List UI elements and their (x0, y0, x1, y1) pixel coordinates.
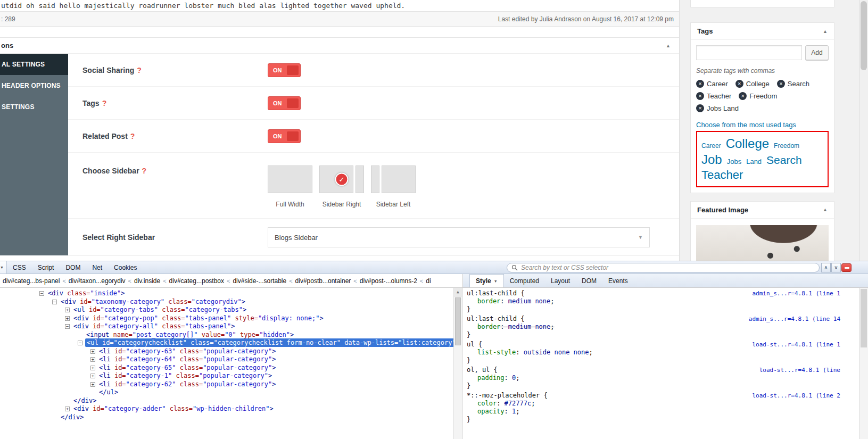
options-sidebar-item[interactable]: AL SETTINGS (0, 54, 68, 75)
remove-tag-icon[interactable]: × (696, 104, 704, 112)
scrollbar-thumb[interactable] (455, 297, 461, 345)
html-tree-node[interactable]: +<div id="category-adder" class="wp-hidd… (0, 405, 453, 413)
firebug-tab-dom[interactable]: DOM (60, 261, 86, 274)
html-tree-node[interactable]: +<ul id="category-tabs" class="category-… (0, 306, 453, 314)
breadcrumb-item[interactable]: di (424, 277, 432, 285)
help-icon[interactable]: ? (142, 167, 147, 175)
page-scrollbar[interactable] (859, 0, 868, 261)
editor-content-line[interactable]: utdid oh said hello majestically roadrun… (0, 0, 679, 12)
node-markup[interactable]: <div class="inside"> (47, 289, 126, 297)
breadcrumb-item[interactable]: div#categ...bs-panel (1, 277, 61, 285)
remove-tag-icon[interactable]: × (739, 92, 747, 100)
toggle-switch[interactable]: ON (268, 129, 301, 143)
expand-node-icon[interactable]: + (65, 316, 70, 321)
html-tree-node[interactable]: </ul> (0, 388, 453, 397)
sidebar-layout-option[interactable]: Sidebar Left (371, 165, 416, 208)
help-icon[interactable]: ? (137, 66, 142, 74)
new-tag-input[interactable] (696, 45, 802, 60)
tag-cloud-item[interactable]: Land (746, 158, 762, 165)
remove-tag-icon[interactable]: × (696, 92, 704, 100)
html-tree-node[interactable]: </div> (0, 397, 453, 405)
remove-tag-icon[interactable]: × (777, 80, 785, 88)
node-markup[interactable]: </ul> (98, 388, 119, 396)
css-declaration[interactable]: color: #72777c; (467, 400, 868, 408)
css-declaration[interactable]: border: medium none; (467, 297, 868, 305)
node-markup[interactable]: <div id="category-adder" class="wp-hidde… (72, 405, 275, 412)
css-source-link[interactable]: admin_s...r=4.8.1 (line 1 (752, 289, 840, 297)
css-declaration[interactable]: opacity: 1; (467, 408, 868, 416)
add-tag-button[interactable]: Add (805, 45, 829, 60)
node-markup[interactable]: <li id="category-63" class="popular-cate… (98, 347, 277, 355)
html-tree-node[interactable]: −<div id="category-all" class="tabs-pane… (0, 322, 453, 331)
css-declaration[interactable]: list-style: outside none none; (467, 349, 868, 357)
firebug-tab-cookies[interactable]: Cookies (108, 261, 143, 274)
collapse-node-icon[interactable]: − (39, 291, 44, 296)
expand-node-icon[interactable]: + (65, 407, 70, 411)
html-tree-node[interactable]: +<div id="category-pop" class="tabs-pane… (0, 314, 453, 323)
css-source-link[interactable]: load-st...r=4.8.1 (line 1 (752, 341, 840, 349)
options-metabox-header[interactable]: ons ▲ (0, 38, 679, 54)
toggle-switch[interactable]: ON (268, 63, 301, 77)
sidebar-layout-option[interactable]: Full Width (268, 165, 312, 208)
style-panel-tab-computed[interactable]: Computed (504, 274, 545, 287)
expand-node-icon[interactable]: + (90, 366, 95, 370)
right-sidebar-select[interactable]: Blogs Sidebar ▼ (268, 227, 650, 247)
style-panel-tab-dom[interactable]: DOM (576, 274, 602, 287)
remove-tag-icon[interactable]: × (735, 80, 743, 88)
collapse-arrow-icon[interactable]: ▲ (823, 29, 828, 34)
style-panel-tab-events[interactable]: Events (602, 274, 634, 287)
node-markup[interactable]: <input name="post_category[]" value="0" … (85, 331, 295, 338)
firebug-tab-net[interactable]: Net (86, 261, 108, 274)
search-prev-button[interactable]: ∧ (821, 263, 831, 272)
featured-image-header[interactable]: Featured Image ▲ (691, 202, 834, 219)
breadcrumb-item[interactable]: div#categ...postbox (168, 277, 226, 285)
help-icon[interactable]: ? (102, 99, 107, 107)
expand-node-icon[interactable]: + (90, 357, 95, 362)
css-source-link[interactable]: admin_s...r=4.8.1 (line 14 (749, 315, 840, 323)
html-tree-node[interactable]: +<li id="category-62" class="popular-cat… (0, 380, 453, 389)
html-tree-node[interactable]: +<li id="category-64" class="popular-cat… (0, 355, 453, 364)
firebug-partial-html-tab[interactable]: ▼ (0, 261, 7, 274)
style-panel-tab-layout[interactable]: Layout (545, 274, 576, 287)
firebug-deactivate-button[interactable] (841, 263, 852, 272)
node-markup[interactable]: </div> (72, 397, 97, 404)
toggle-switch[interactable]: ON (268, 96, 301, 110)
style-panel-tab-style[interactable]: Style▼ (469, 274, 504, 287)
html-tree-node[interactable]: −<ul id="categorychecklist" class="categ… (0, 339, 453, 347)
tag-cloud-item[interactable]: Jobs (727, 158, 741, 165)
sidebar-layout-option[interactable]: ✓Sidebar Right (319, 165, 364, 208)
breadcrumb-item[interactable]: div#postb...ontainer (294, 277, 353, 285)
firebug-tab-script[interactable]: Script (32, 261, 60, 274)
css-declaration[interactable]: border: medium none; (467, 323, 868, 331)
html-tree-node[interactable]: <input name="post_category[]" value="0" … (0, 331, 453, 339)
tag-cloud-item[interactable]: College (726, 136, 769, 151)
search-next-button[interactable]: ∨ (831, 263, 841, 272)
tag-cloud-item[interactable]: Teacher (701, 168, 743, 181)
expand-node-icon[interactable]: + (90, 349, 95, 354)
breadcrumb-item[interactable]: div#side-...sortable (231, 277, 288, 285)
html-tree-node[interactable]: −<div class="inside"> (0, 289, 453, 298)
node-markup[interactable]: <div id="taxonomy-category" class="categ… (60, 298, 246, 305)
css-source-link[interactable]: load-st...r=4.8.1 (line (759, 366, 840, 374)
collapse-node-icon[interactable]: − (65, 324, 70, 329)
page-scrollbar-thumb[interactable] (861, 1, 867, 70)
tag-cloud-item[interactable]: Job (701, 152, 722, 167)
collapse-arrow-icon[interactable]: ▲ (666, 43, 671, 48)
breadcrumb-item[interactable]: div#taxon...egorydiv (67, 277, 127, 285)
expand-node-icon[interactable]: + (90, 382, 95, 387)
css-selector[interactable]: ul:last-child (467, 315, 517, 322)
node-markup[interactable]: <ul id="category-tabs" class="category-t… (72, 306, 247, 313)
html-tree-node[interactable]: </div> (0, 413, 453, 422)
html-panel-scrollbar[interactable]: ▲ (453, 288, 462, 439)
tag-cloud-item[interactable]: Freedom (774, 142, 799, 150)
tag-cloud-item[interactable]: Career (701, 142, 721, 150)
expand-node-icon[interactable]: + (90, 374, 95, 378)
most-used-tags-link[interactable]: Choose from the most used tags (696, 121, 796, 129)
search-input[interactable] (521, 264, 815, 271)
collapse-node-icon[interactable]: − (52, 300, 57, 304)
node-markup[interactable]: <ul id="categorychecklist" class="catego… (85, 338, 453, 347)
css-selector[interactable]: *::-moz-placeholder (467, 392, 540, 399)
remove-tag-icon[interactable]: × (696, 80, 704, 88)
html-tree-node[interactable]: +<li id="category-1" class="popular-cate… (0, 372, 453, 380)
tag-cloud-item[interactable]: Search (766, 154, 802, 166)
